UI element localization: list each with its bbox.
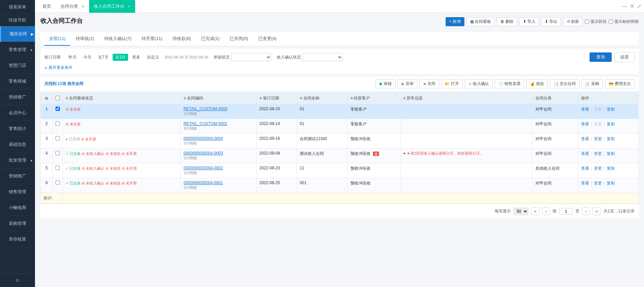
filter-tab-changed[interactable]: 已变更(4) xyxy=(254,32,281,46)
change-link[interactable]: 变更 xyxy=(594,122,602,126)
change-link[interactable]: 变更 xyxy=(594,181,602,186)
window-minimize-icon[interactable]: — xyxy=(622,3,627,9)
date-btn-custom[interactable]: 自定义 xyxy=(144,54,162,61)
open-button[interactable]: 📂 打开 xyxy=(441,79,463,88)
filter-tab-pending-review[interactable]: 待审核(2) xyxy=(71,32,99,46)
set-button[interactable]: 设置 xyxy=(614,52,635,62)
copy-link[interactable]: 复制 xyxy=(607,151,615,156)
view-link[interactable]: 查看 xyxy=(581,136,589,141)
filter-tab-completed[interactable]: 已完成(1) xyxy=(196,32,224,46)
view-link[interactable]: 查看 xyxy=(581,166,589,171)
filter-tab-all[interactable]: 全部(11) xyxy=(44,32,70,46)
tab-close-contract-category[interactable]: ✕ xyxy=(81,4,84,8)
sidebar-item-inventory[interactable]: 库存核算 xyxy=(0,232,35,247)
abandon-button[interactable]: 弃审 xyxy=(397,79,417,88)
window-close-icon[interactable]: ✕ xyxy=(630,3,634,9)
sidebar-item-sales-mgmt[interactable]: 销售管理 xyxy=(0,184,35,200)
first-page-btn[interactable]: « xyxy=(531,207,539,215)
add-button[interactable]: + 新增 xyxy=(446,17,464,26)
change-link[interactable]: 变更 xyxy=(594,107,602,112)
show-fields-checkbox[interactable]: 显示阶段 xyxy=(585,19,607,25)
delete-button[interactable]: 🗑 删除 xyxy=(497,17,517,26)
row-checkbox-cell[interactable] xyxy=(53,119,63,134)
show-details-checkbox[interactable]: 显示标的明细 xyxy=(609,19,639,25)
sales-invoice-button[interactable]: 📄 销售发票 xyxy=(495,79,524,88)
row-checkbox-cell[interactable] xyxy=(53,104,63,119)
next-page-btn[interactable]: › xyxy=(582,207,590,215)
sidebar-nav[interactable]: 快捷导航 xyxy=(0,14,35,26)
th-settings[interactable]: ⚙ xyxy=(41,93,53,104)
doc-status-select[interactable] xyxy=(231,53,271,61)
sidebar-item-wholesale-mgmt[interactable]: 批发管理 ▲ xyxy=(0,153,35,168)
row-checkbox[interactable] xyxy=(55,180,60,185)
date-btn-7days[interactable]: 近7天 xyxy=(96,54,111,61)
sidebar-item-retail-stat[interactable]: 零售统计 xyxy=(0,121,35,137)
sidebar-search[interactable]: 搜索菜单 xyxy=(0,0,35,14)
close-contract-button[interactable]: ✕ 关闭 xyxy=(419,79,439,88)
copy-link[interactable]: 复制 xyxy=(607,181,615,186)
row-checkbox[interactable] xyxy=(55,166,60,170)
filter-tab-pending-payment[interactable]: 待收款(8) xyxy=(168,32,196,46)
sidebar-item-marketing2[interactable]: 营销推广 xyxy=(0,168,35,184)
th-checkbox[interactable] xyxy=(53,93,63,104)
kanban-button[interactable]: ▦ 合同看板 xyxy=(466,17,495,26)
copy-link[interactable]: 复制 xyxy=(607,136,615,141)
query-button[interactable]: 查询 xyxy=(590,52,612,62)
filter-tab-pending-invoice[interactable]: 待开票(11) xyxy=(137,32,167,46)
view-link[interactable]: 查看 xyxy=(581,181,589,186)
row-checkbox-cell[interactable] xyxy=(53,163,63,178)
contract-link[interactable]: 0000000000004-0002 xyxy=(184,166,254,170)
payment-button[interactable]: 💰 收款 xyxy=(526,79,548,88)
import-button[interactable]: ⬆ 导入 xyxy=(519,17,539,26)
contract-link[interactable]: 0000000000004-0003 xyxy=(184,151,254,156)
contract-link[interactable]: 0000000000004-0004 xyxy=(184,136,254,141)
sidebar-settings[interactable]: ⚙ xyxy=(0,274,35,287)
per-page-select[interactable]: 50 xyxy=(514,208,528,215)
contract-link[interactable]: RETAIL_CUSTOM-0003 xyxy=(184,107,254,111)
date-btn-more[interactable]: 更多 xyxy=(129,54,143,61)
window-expand-icon[interactable]: ⤢ xyxy=(637,3,641,9)
page-input[interactable] xyxy=(559,208,573,215)
row-checkbox-cell[interactable] xyxy=(53,149,63,163)
row-checkbox-cell[interactable] xyxy=(53,134,63,149)
row-checkbox[interactable] xyxy=(55,107,60,111)
date-btn-1month[interactable]: 近1月 xyxy=(113,54,128,61)
date-btn-yesterday[interactable]: 昨天 xyxy=(66,54,79,61)
income-confirm-button[interactable]: ✓ 收入确认 xyxy=(465,79,493,88)
sidebar-item-marketing[interactable]: 营销推广 xyxy=(0,89,35,105)
sidebar-item-base-info[interactable]: 基础信息 xyxy=(0,137,35,153)
sidebar-item-member[interactable]: 会员中心 xyxy=(0,105,35,121)
filter-tab-closed[interactable]: 已关闭(0) xyxy=(225,32,253,46)
tab-home[interactable]: 首页 xyxy=(38,0,56,13)
row-checkbox[interactable] xyxy=(55,151,60,155)
select-all-checkbox[interactable] xyxy=(55,96,60,100)
sidebar-item-smart-store[interactable]: 智慧门店 xyxy=(0,58,35,74)
contract-link[interactable]: RETAIL_CUSTOM-0001 xyxy=(184,121,254,126)
copy-link[interactable]: 复制 xyxy=(607,166,615,171)
sidebar-item-purchase[interactable]: 采购管理 xyxy=(0,216,35,232)
tab-income-workbench[interactable]: 收入合同工作台 ✕ xyxy=(89,0,136,13)
row-checkbox[interactable] xyxy=(55,136,60,140)
row-checkbox[interactable] xyxy=(55,121,60,126)
change-link[interactable]: 变更 xyxy=(594,166,602,171)
tab-close-income-workbench[interactable]: ✕ xyxy=(127,4,130,8)
export-button[interactable]: ⬇ 导出 xyxy=(541,17,561,26)
filter-tab-pending-confirm[interactable]: 待收入确认(7) xyxy=(100,32,136,46)
change-link[interactable]: 变更 xyxy=(594,151,602,156)
last-page-btn[interactable]: » xyxy=(593,207,601,215)
copy-link[interactable]: 复制 xyxy=(607,107,615,112)
date-btn-today[interactable]: 今天 xyxy=(81,54,94,61)
change-link[interactable]: 变更 xyxy=(594,136,602,141)
expand-conditions-btn[interactable]: ∨ 展开更多条件 xyxy=(44,65,635,71)
sidebar-item-project[interactable]: 项目合同 ▶ xyxy=(0,26,35,42)
audit-button[interactable]: 审核 xyxy=(376,79,395,88)
copy-link[interactable]: 复制 xyxy=(607,122,615,126)
pay-out-button[interactable]: 📑 支出合同 xyxy=(550,79,579,88)
row-checkbox-cell[interactable] xyxy=(53,178,63,193)
sidebar-item-retail-mgmt[interactable]: 零售管理 ▲ xyxy=(0,42,35,58)
view-link[interactable]: 查看 xyxy=(581,122,589,126)
purchase-button[interactable]: 🛒 采购 xyxy=(581,79,603,88)
sidebar-item-retail-shop[interactable]: 零售商城 xyxy=(0,74,35,89)
prev-page-btn[interactable]: ‹ xyxy=(542,207,550,215)
view-link[interactable]: 查看 xyxy=(581,151,589,156)
